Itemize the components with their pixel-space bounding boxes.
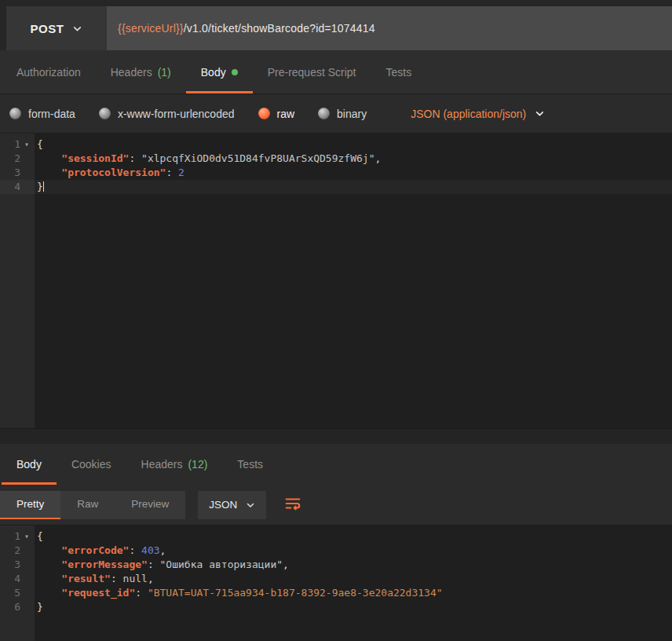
url-variable: {{serviceUrl}} bbox=[118, 22, 184, 35]
postman-window: POST {{serviceUrl}}/v1.0/ticket/showBarc… bbox=[0, 0, 672, 641]
mode-label: x-www-form-urlencoded bbox=[118, 108, 235, 120]
line-number: 2 bbox=[0, 152, 20, 166]
mode-raw[interactable]: raw bbox=[258, 108, 295, 120]
response-toolbar: Pretty Raw Preview JSON bbox=[0, 485, 672, 526]
fold-arrow-icon[interactable]: ▾ bbox=[20, 137, 33, 152]
body-present-dot bbox=[232, 69, 238, 75]
chevron-down-icon bbox=[72, 24, 82, 34]
tab-label: Headers bbox=[141, 458, 183, 471]
code-line: 2 "sessionId": "xlpcqfXiOD0dv51D84fvP8UA… bbox=[0, 152, 672, 166]
fold-spacer bbox=[20, 558, 33, 572]
radio-icon bbox=[9, 108, 21, 119]
line-number: 3 bbox=[0, 558, 20, 572]
method-label: POST bbox=[31, 22, 64, 35]
tab-label: Tests bbox=[237, 458, 263, 471]
chevron-down-icon bbox=[535, 108, 545, 119]
mode-label: raw bbox=[277, 108, 295, 120]
wrap-lines-button[interactable] bbox=[279, 491, 307, 519]
tab-headers[interactable]: Headers (1) bbox=[96, 50, 186, 93]
line-number: 6 bbox=[0, 600, 20, 614]
format-label: JSON bbox=[209, 499, 237, 511]
fold-spacer bbox=[20, 572, 33, 586]
response-tab-body[interactable]: Body bbox=[2, 444, 57, 485]
pane-splitter[interactable] bbox=[0, 428, 672, 444]
code-line: 4} bbox=[0, 180, 672, 194]
fold-spacer bbox=[20, 586, 33, 600]
code-line: 3 "errorMessage": "Ошибка авторизации", bbox=[0, 558, 672, 572]
view-pretty[interactable]: Pretty bbox=[0, 491, 60, 519]
line-number: 4 bbox=[0, 572, 20, 586]
mode-label: form-data bbox=[28, 108, 75, 120]
tab-label: Pre-request Script bbox=[268, 66, 356, 79]
view-mode-switcher: Pretty Raw Preview bbox=[0, 491, 185, 519]
response-headers-count: (12) bbox=[188, 458, 207, 471]
response-format-select[interactable]: JSON bbox=[198, 491, 266, 519]
mode-label: binary bbox=[337, 108, 367, 120]
tab-label: Headers bbox=[111, 66, 152, 79]
request-url-bar: POST {{serviceUrl}}/v1.0/ticket/showBarc… bbox=[0, 0, 672, 50]
view-preview[interactable]: Preview bbox=[115, 491, 185, 519]
line-number: 2 bbox=[0, 544, 20, 558]
mode-form-data[interactable]: form-data bbox=[9, 108, 75, 120]
tab-label: Tests bbox=[386, 66, 412, 79]
chevron-down-icon bbox=[246, 500, 255, 510]
request-body-editor[interactable]: 1▾{2 "sessionId": "xlpcqfXiOD0dv51D84fvP… bbox=[0, 134, 672, 428]
code-line: 5 "request_id": "BTUAT=UAT-715aa934-b187… bbox=[0, 586, 672, 600]
mode-binary[interactable]: binary bbox=[318, 108, 367, 120]
tab-label: Body bbox=[16, 458, 42, 471]
body-mode-bar: form-data x-www-form-urlencoded raw bina… bbox=[0, 94, 672, 134]
fold-spacer bbox=[20, 166, 33, 180]
line-number: 1 bbox=[0, 529, 20, 544]
code-line: 2 "errorCode": 403, bbox=[0, 544, 672, 558]
request-tabs: Authorization Headers (1) Body Pre-reque… bbox=[0, 50, 672, 94]
line-number: 3 bbox=[0, 166, 20, 180]
code-line: 3 "protocolVersion": 2 bbox=[0, 166, 672, 180]
url-input[interactable]: {{serviceUrl}}/v1.0/ticket/showBarcode?i… bbox=[107, 6, 672, 50]
line-number: 4 bbox=[0, 180, 20, 194]
line-number: 1 bbox=[0, 137, 20, 152]
response-tabs: Body Cookies Headers (12) Tests bbox=[0, 444, 672, 485]
response-body-editor[interactable]: 1▾{2 "errorCode": 403,3 "errorMessage": … bbox=[0, 526, 672, 641]
response-tab-tests[interactable]: Tests bbox=[222, 444, 278, 485]
fold-spacer bbox=[20, 180, 33, 194]
response-tab-cookies[interactable]: Cookies bbox=[57, 444, 126, 485]
headers-count: (1) bbox=[158, 66, 171, 79]
content-type-select[interactable]: JSON (application/json) bbox=[411, 108, 545, 120]
view-label: Pretty bbox=[16, 498, 44, 510]
wrap-text-icon bbox=[284, 495, 301, 515]
fold-arrow-icon[interactable]: ▾ bbox=[20, 529, 33, 544]
line-number: 5 bbox=[0, 586, 20, 600]
fold-spacer bbox=[20, 152, 33, 166]
tab-tests[interactable]: Tests bbox=[371, 50, 427, 93]
content-type-label: JSON (application/json) bbox=[411, 108, 526, 120]
tab-pre-request-script[interactable]: Pre-request Script bbox=[253, 50, 371, 93]
tab-authorization[interactable]: Authorization bbox=[2, 50, 96, 93]
radio-icon bbox=[318, 108, 330, 119]
url-path: /v1.0/ticket/showBarcode?id=1074414 bbox=[184, 22, 375, 35]
code-line: 1▾{ bbox=[0, 137, 672, 152]
view-label: Preview bbox=[131, 498, 169, 510]
view-label: Raw bbox=[77, 498, 98, 510]
radio-icon bbox=[99, 108, 111, 119]
response-tab-headers[interactable]: Headers (12) bbox=[126, 444, 223, 485]
tab-label: Cookies bbox=[71, 458, 111, 471]
tab-body[interactable]: Body bbox=[186, 50, 253, 93]
fold-spacer bbox=[20, 600, 33, 614]
tab-label: Authorization bbox=[16, 66, 81, 79]
code-line: 1▾{ bbox=[0, 529, 672, 544]
fold-spacer bbox=[20, 544, 33, 558]
mode-x-www-form-urlencoded[interactable]: x-www-form-urlencoded bbox=[99, 108, 235, 120]
code-line: 6} bbox=[0, 600, 672, 614]
method-select[interactable]: POST bbox=[6, 6, 107, 50]
code-line: 4 "result": null, bbox=[0, 572, 672, 586]
radio-icon bbox=[258, 108, 270, 119]
view-raw[interactable]: Raw bbox=[60, 491, 115, 519]
tab-label: Body bbox=[201, 66, 226, 79]
